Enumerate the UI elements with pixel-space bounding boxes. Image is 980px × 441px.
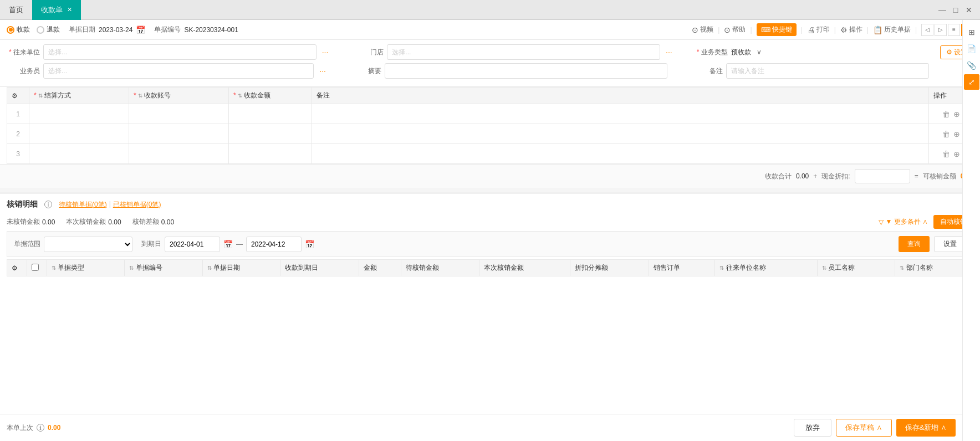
table-row: 1 🗑 ⊕ bbox=[7, 104, 973, 124]
date-icon[interactable]: 📅 bbox=[136, 25, 145, 34]
right-sidebar: ⊞ 📄 📎 ⤢ bbox=[962, 20, 980, 441]
save-new-button[interactable]: 保存&新增 ∧ bbox=[896, 419, 956, 437]
filter-setting-button[interactable]: 设置 bbox=[934, 236, 966, 252]
row-3-account[interactable] bbox=[129, 144, 229, 164]
store-more[interactable]: ··· bbox=[666, 48, 672, 57]
sort-number-icon[interactable]: ⇅ bbox=[129, 265, 134, 271]
date-label: 单据日期 bbox=[69, 25, 95, 34]
plus-operator: + bbox=[813, 172, 817, 180]
row-2-copy-icon[interactable]: ⊕ bbox=[953, 130, 960, 139]
query-button[interactable]: 查询 bbox=[899, 236, 930, 252]
select-all-checkbox[interactable] bbox=[32, 264, 39, 271]
remark-label: 备注 bbox=[690, 66, 723, 76]
reconcile-tab-pending[interactable]: 待核销单据(0笔) bbox=[59, 200, 107, 209]
salesperson-input[interactable] bbox=[43, 63, 314, 79]
sort-date-icon[interactable]: ⇅ bbox=[207, 265, 212, 271]
action-video[interactable]: ⊙ 视频 bbox=[692, 25, 713, 34]
sort-employee-icon[interactable]: ⇅ bbox=[822, 265, 826, 271]
row-1-account-input[interactable] bbox=[134, 107, 224, 120]
row-1-copy-icon[interactable]: ⊕ bbox=[953, 110, 960, 119]
stat-diff-value: 0.00 bbox=[161, 218, 174, 226]
reconcile-info-icon[interactable]: i bbox=[44, 201, 52, 208]
date-from-icon[interactable]: 📅 bbox=[223, 240, 233, 249]
maximize-button[interactable]: □ bbox=[951, 6, 960, 14]
row-1-remark-input[interactable] bbox=[317, 107, 924, 120]
due-date-to[interactable] bbox=[246, 237, 302, 252]
footer-info-icon[interactable]: ℹ bbox=[37, 424, 44, 432]
salesperson-more[interactable]: ··· bbox=[319, 66, 326, 75]
store-input[interactable] bbox=[387, 44, 660, 60]
row-3-delete-icon[interactable]: 🗑 bbox=[942, 150, 950, 158]
remark-field: 备注 bbox=[690, 63, 929, 79]
action-history[interactable]: 📋 历史单据 bbox=[873, 25, 911, 34]
save-draft-button[interactable]: 保存草稿 ∧ bbox=[836, 419, 892, 437]
bottom-header-gear[interactable]: ⚙ bbox=[7, 260, 27, 276]
number-field: 单据编号 SK-20230324-001 bbox=[154, 25, 238, 34]
row-2-delete-icon[interactable]: 🗑 bbox=[942, 130, 950, 139]
sort-icon-account[interactable]: ⇅ bbox=[138, 93, 142, 99]
sort-icon-amount[interactable]: ⇅ bbox=[238, 93, 242, 99]
discount-input[interactable] bbox=[855, 169, 910, 183]
row-1-settlement-input[interactable] bbox=[34, 107, 124, 120]
row-1-settlement[interactable] bbox=[29, 104, 129, 124]
stat-unreconciled-value: 0.00 bbox=[42, 218, 55, 226]
left-stats: 未核销金额 0.00 本次核销金额 0.00 核销差额 0.00 bbox=[7, 217, 174, 227]
reconcile-tab-done[interactable]: 已核销单据(0笔) bbox=[113, 200, 161, 209]
summary-input[interactable] bbox=[385, 63, 667, 79]
layout-next[interactable]: ▷ bbox=[935, 24, 947, 36]
tab-receipt-close[interactable]: ✕ bbox=[67, 6, 72, 13]
row-3-remark[interactable] bbox=[312, 144, 929, 164]
stat-unreconciled-label: 未核销金额 bbox=[7, 217, 40, 227]
row-1-account[interactable] bbox=[129, 104, 229, 124]
remark-input[interactable] bbox=[726, 63, 929, 79]
row-2-amount[interactable] bbox=[229, 124, 312, 144]
row-2-remark[interactable] bbox=[312, 124, 929, 144]
row-3-copy-icon[interactable]: ⊕ bbox=[953, 150, 960, 158]
range-select[interactable] bbox=[44, 237, 132, 252]
row-1-amount[interactable] bbox=[229, 104, 312, 124]
sidebar-icon-attach[interactable]: 📎 bbox=[964, 58, 979, 73]
reconcile-title: 核销明细 bbox=[7, 199, 38, 209]
row-3-settlement[interactable] bbox=[29, 144, 129, 164]
action-print[interactable]: 🖨 打印 bbox=[807, 25, 830, 34]
radio-refund[interactable]: 退款 bbox=[37, 25, 60, 34]
row-1-delete-icon[interactable]: 🗑 bbox=[942, 110, 950, 119]
action-shortcut[interactable]: ⌨ 快捷键 bbox=[757, 23, 797, 36]
bottom-header-this-time: 本次核销金额 bbox=[479, 260, 570, 276]
tab-receipt[interactable]: 收款单 ✕ bbox=[32, 0, 81, 20]
row-3-amount[interactable] bbox=[229, 144, 312, 164]
sort-type-icon[interactable]: ⇅ bbox=[52, 265, 56, 271]
layout-list[interactable]: ≡ bbox=[948, 24, 960, 36]
sidebar-icon-table[interactable]: ⊞ bbox=[964, 24, 979, 40]
sort-counterparty-icon[interactable]: ⇅ bbox=[719, 265, 724, 271]
layout-prev[interactable]: ◁ bbox=[921, 24, 933, 36]
counterparty-more[interactable]: ··· bbox=[322, 48, 329, 57]
row-1-remark[interactable] bbox=[312, 104, 929, 124]
action-operate[interactable]: ⚙ 操作 bbox=[840, 25, 862, 34]
business-type-arrow[interactable]: ∨ bbox=[757, 48, 762, 56]
row-2-account[interactable] bbox=[129, 124, 229, 144]
video-icon: ⊙ bbox=[692, 25, 698, 34]
action-help[interactable]: ⊙ 帮助 bbox=[724, 25, 746, 34]
sidebar-icon-expand[interactable]: ⤢ bbox=[964, 74, 979, 90]
date-to-icon[interactable]: 📅 bbox=[305, 240, 314, 249]
due-date-from[interactable] bbox=[165, 237, 220, 252]
radio-refund-dot bbox=[37, 26, 44, 34]
row-2-settlement[interactable] bbox=[29, 124, 129, 144]
close-button[interactable]: ✕ bbox=[964, 6, 973, 14]
summary-label: 摘要 bbox=[348, 66, 381, 76]
total-label: 收款合计 bbox=[765, 172, 792, 181]
row-1-amount-input[interactable] bbox=[233, 107, 307, 120]
minimize-button[interactable]: — bbox=[938, 6, 947, 14]
counterparty-input[interactable] bbox=[43, 44, 317, 60]
radio-receipt[interactable]: 收款 bbox=[7, 25, 30, 34]
more-conditions[interactable]: ▽ ▼ 更多条件 ∧ bbox=[879, 217, 928, 227]
discard-button[interactable]: 放弃 bbox=[794, 419, 831, 437]
radio-receipt-label: 收款 bbox=[17, 25, 30, 34]
bottom-header-discount: 折扣分摊额 bbox=[570, 260, 649, 276]
sort-dept-icon[interactable]: ⇅ bbox=[900, 265, 904, 271]
table-header-gear[interactable]: ⚙ bbox=[7, 88, 29, 104]
tab-home[interactable]: 首页 bbox=[0, 0, 32, 20]
sidebar-icon-doc[interactable]: 📄 bbox=[964, 41, 979, 57]
sort-icon-settlement[interactable]: ⇅ bbox=[38, 93, 43, 99]
